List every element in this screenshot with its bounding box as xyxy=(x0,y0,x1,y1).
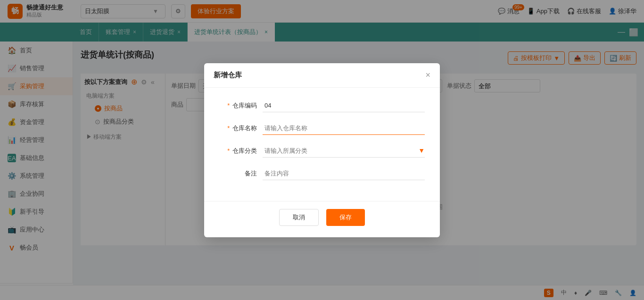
form-row-name: * 仓库名称 xyxy=(219,122,425,135)
category-input[interactable] xyxy=(263,144,418,157)
modal-close-button[interactable]: × xyxy=(425,71,430,79)
cancel-button[interactable]: 取消 xyxy=(279,209,319,226)
modal-overlay: 新增仓库 × * 仓库编码 * 仓库名称 xyxy=(0,0,644,300)
category-label: * 仓库分类 xyxy=(219,147,257,155)
modal-header: 新增仓库 × xyxy=(204,63,440,88)
modal-footer: 取消 保存 xyxy=(204,201,440,237)
remark-label: 备注 xyxy=(219,169,257,178)
name-input[interactable] xyxy=(263,122,425,135)
modal-body: * 仓库编码 * 仓库名称 * 仓库分类 xyxy=(204,88,440,201)
code-label: * 仓库编码 xyxy=(219,101,257,110)
save-button[interactable]: 保存 xyxy=(326,209,365,226)
code-required-star: * xyxy=(227,102,230,109)
category-dropdown-icon[interactable]: ▼ xyxy=(418,147,425,154)
remark-input[interactable] xyxy=(263,167,425,180)
name-label: * 仓库名称 xyxy=(219,124,257,133)
modal-add-warehouse: 新增仓库 × * 仓库编码 * 仓库名称 xyxy=(204,63,440,237)
category-required-star: * xyxy=(227,147,230,154)
code-input[interactable] xyxy=(263,99,425,112)
form-row-code: * 仓库编码 xyxy=(219,99,425,112)
name-required-star: * xyxy=(227,125,230,132)
modal-title: 新增仓库 xyxy=(214,71,242,80)
form-row-category: * 仓库分类 ▼ xyxy=(219,144,425,158)
form-row-remark: 备注 xyxy=(219,167,425,180)
category-select-wrapper: ▼ xyxy=(263,144,425,158)
